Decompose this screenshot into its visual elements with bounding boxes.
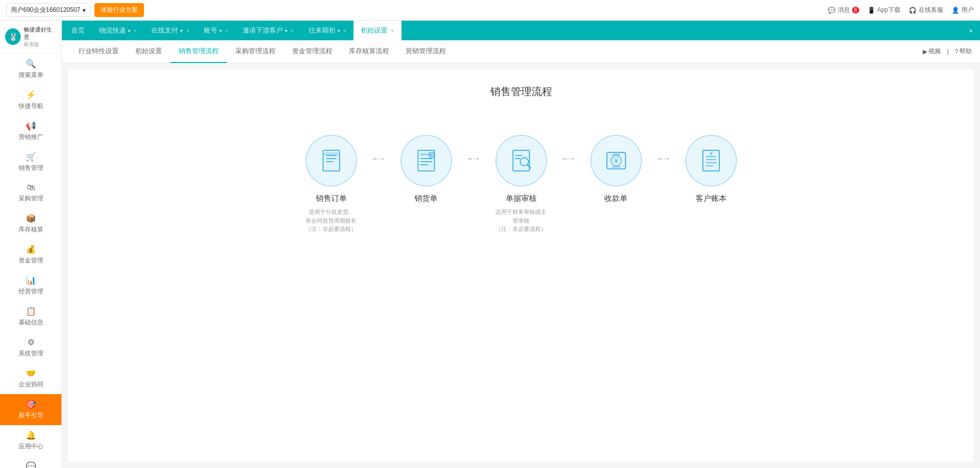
tab-period-label: 往来期初 <box>309 26 335 35</box>
subtab-industry-label: 行业特性设置 <box>78 46 119 56</box>
finance-icon: 💰 <box>26 244 36 254</box>
tab-initsetup[interactable]: 初始设置 × <box>354 21 401 40</box>
subtab-initsetup[interactable]: 初始设置 <box>127 40 170 63</box>
audit-icon <box>509 148 534 173</box>
flow-arrow-2: --→ <box>468 135 480 164</box>
logo-sub: 标准版 <box>24 41 56 48</box>
step-name-audit: 单据审核 <box>506 194 537 204</box>
tab-logistics[interactable]: 物流快递 ▾ × <box>92 21 144 40</box>
user-label: 用户690企业1660120507 <box>11 6 81 14</box>
sidebar-item-marketing[interactable]: 📢 营销推广 <box>0 116 61 147</box>
flow-arrow-1: --→ <box>373 135 385 164</box>
purchase-icon: 🛍 <box>27 183 35 192</box>
main-content-area: 首页 物流快递 ▾ × 在线支付 ▾ × 账号 ▾ × 邀请下游客户 ▾ × <box>62 21 980 468</box>
sidebar-label-newguide: 新手引导 <box>19 411 43 420</box>
sidebar-item-sales[interactable]: 🛒 销售管理 <box>0 147 61 178</box>
receipt-icon: ¥ <box>604 148 629 173</box>
tab-account[interactable]: 账号 ▾ × <box>197 21 235 40</box>
sidebar-item-search[interactable]: 🔍 搜索菜单 <box>0 54 61 85</box>
system-icon: ⚙ <box>27 337 35 347</box>
avatar-icon: 👤 <box>952 7 959 14</box>
flow-circle-salesbill <box>400 135 452 186</box>
close-all-tabs[interactable]: × <box>963 27 978 35</box>
sidebar-item-enterprise[interactable]: 🤝 企业协同 <box>0 363 61 394</box>
step-name-salesorder: 销售订单 <box>316 194 347 204</box>
svg-rect-4 <box>324 152 339 155</box>
corpwechat-icon: 💬 <box>26 461 36 468</box>
tab-initsetup-label: 初始设置 <box>361 26 388 35</box>
message-icon: 💬 <box>828 7 836 14</box>
video-label: 视频 <box>928 47 941 56</box>
salesorder-icon <box>319 148 344 173</box>
account-close-icon[interactable]: × <box>225 27 228 34</box>
subtab-inventoryflow[interactable]: 库存核算流程 <box>341 40 397 63</box>
subtab-purchaseflow-label: 采购管理流程 <box>235 46 276 56</box>
top-bar: 用户690企业1660120507 ▾ 体验行业方案 💬 消息 6 📱 App下… <box>0 0 980 21</box>
tab-home[interactable]: 首页 <box>64 21 92 40</box>
flow-step-salesbill: 销货单 <box>385 135 468 208</box>
sidebar-item-basic[interactable]: 📋 基础信息 <box>0 301 61 332</box>
messages-item[interactable]: 💬 消息 6 <box>828 6 859 14</box>
logo-text: 畅捷通好生意 <box>24 26 56 41</box>
tab-payment-label: 在线支付 <box>151 26 178 35</box>
trial-button[interactable]: 体验行业方案 <box>94 3 144 17</box>
subtab-salesflow[interactable]: 销售管理流程 <box>170 40 227 63</box>
logistics-dropdown-icon: ▾ <box>128 28 131 34</box>
customer-service-item[interactable]: 🎧 在线客服 <box>909 6 943 14</box>
tab-period[interactable]: 往来期初 ▾ × <box>301 21 354 40</box>
sidebar-item-system[interactable]: ⚙ 系统管理 <box>0 332 61 363</box>
flow-circle-salesorder <box>306 135 357 186</box>
subtab-financeflow[interactable]: 资金管理流程 <box>284 40 341 63</box>
flow-diagram: 销售订单 适用于分批发货、有合同发货周期较长（注：非必要流程） --→ <box>78 124 963 244</box>
user-avatar-item[interactable]: 👤 用户 <box>952 6 974 14</box>
apps-icon: 🔔 <box>26 430 36 440</box>
flow-step-salesorder: 销售订单 适用于分批发货、有合同发货周期较长（注：非必要流程） <box>290 135 373 233</box>
tab-invitecustomer[interactable]: 邀请下游客户 ▾ × <box>235 21 301 40</box>
payment-dropdown-icon: ▾ <box>180 28 183 34</box>
app-download-item[interactable]: 📱 App下载 <box>867 6 901 14</box>
sidebar-item-apps[interactable]: 🔔 应用中心 <box>0 425 61 456</box>
sidebar-item-quicknav[interactable]: ⚡ 快捷导航 <box>0 85 61 116</box>
subtab-marketingflow[interactable]: 营销管理流程 <box>397 40 454 63</box>
app-icon: 📱 <box>867 7 875 14</box>
account-dropdown-icon: ▾ <box>219 28 222 34</box>
flow-arrow-3: --→ <box>563 135 575 164</box>
sidebar-item-purchase[interactable]: 🛍 采购管理 <box>0 178 61 208</box>
sidebar-item-corpwechat[interactable]: 💬 企业微信 <box>0 456 61 468</box>
logistics-close-icon[interactable]: × <box>134 27 137 34</box>
sales-icon: 🛒 <box>26 152 36 162</box>
flow-circle-audit <box>495 135 547 186</box>
help-icon: ? <box>955 48 958 55</box>
top-bar-right: 💬 消息 6 📱 App下载 🎧 在线客服 👤 用户 <box>828 6 974 14</box>
sidebar-item-operations[interactable]: 📊 经营管理 <box>0 270 61 301</box>
search-icon: 🔍 <box>26 59 36 69</box>
sidebar-label-enterprise: 企业协同 <box>19 380 43 389</box>
arrow-icon-3: --→ <box>563 153 575 164</box>
help-label: 帮助 <box>959 47 972 56</box>
messages-label: 消息 <box>838 6 850 14</box>
help-link[interactable]: ? 帮助 <box>955 47 972 56</box>
video-link[interactable]: ▶ 视频 <box>923 47 941 56</box>
step-name-receipt: 收款单 <box>604 194 628 204</box>
initsetup-close-icon[interactable]: × <box>391 27 394 34</box>
sidebar-item-finance[interactable]: 💰 资金管理 <box>0 239 61 270</box>
logo-icon: 🐰 <box>5 28 21 45</box>
service-icon: 🎧 <box>909 7 917 14</box>
sidebar: 🐰 畅捷通好生意 标准版 🔍 搜索菜单 ⚡ 快捷导航 📢 营销推广 🛒 销售管理… <box>0 21 62 468</box>
sidebar-label-marketing: 营销推广 <box>19 133 43 142</box>
sidebar-item-inventory[interactable]: 📦 库存核算 <box>0 208 61 239</box>
subtab-purchaseflow[interactable]: 采购管理流程 <box>227 40 284 63</box>
marketing-icon: 📢 <box>26 121 36 131</box>
period-close-icon[interactable]: × <box>343 27 346 34</box>
quicknav-icon: ⚡ <box>26 90 36 100</box>
user-select[interactable]: 用户690企业1660120507 ▾ <box>6 3 90 17</box>
period-dropdown-icon: ▾ <box>338 28 340 34</box>
tab-payment[interactable]: 在线支付 ▾ × <box>144 21 196 40</box>
step-name-salesbill: 销货单 <box>414 194 438 204</box>
subtab-industry[interactable]: 行业特性设置 <box>70 40 127 63</box>
flow-circle-customerledger: ¥ <box>685 135 737 186</box>
payment-close-icon[interactable]: × <box>186 27 189 34</box>
page-content: 销售管理流程 <box>68 69 974 462</box>
invitecustomer-close-icon[interactable]: × <box>291 27 294 34</box>
sidebar-item-newguide[interactable]: 🎯 新手引导 <box>0 394 61 425</box>
